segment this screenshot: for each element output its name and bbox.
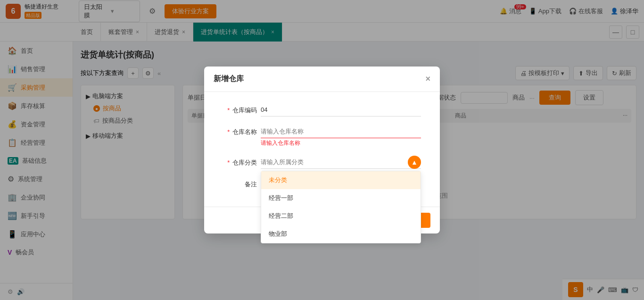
category-select-wrap: ▲ 未分类 经营一部 经营二部 物业部 bbox=[261, 156, 421, 169]
dropdown-item-ops2[interactable]: 经营二部 bbox=[261, 207, 421, 225]
category-label: * 仓库分类 bbox=[223, 156, 261, 167]
modal-title: 新增仓库 bbox=[214, 74, 244, 84]
note-label: 备注 bbox=[223, 177, 261, 189]
modal-overlay: 新增仓库 × * 仓库编码 * 仓库名称 bbox=[0, 0, 644, 300]
modal-header: 新增仓库 × bbox=[204, 67, 440, 92]
form-row-name: * 仓库名称 请输入仓库名称 bbox=[223, 125, 421, 147]
dropdown-item-property[interactable]: 物业部 bbox=[261, 225, 421, 243]
dropdown-item-ops1[interactable]: 经营一部 bbox=[261, 189, 421, 207]
code-input-wrap bbox=[261, 103, 421, 117]
name-input[interactable] bbox=[261, 125, 421, 138]
modal-body: * 仓库编码 * 仓库名称 请输入仓库名称 bbox=[204, 92, 440, 207]
category-input[interactable] bbox=[261, 156, 421, 169]
name-label: * 仓库名称 bbox=[223, 125, 261, 136]
form-row-code: * 仓库编码 bbox=[223, 103, 421, 117]
name-input-wrap: 请输入仓库名称 bbox=[261, 125, 421, 147]
category-dropdown-toggle[interactable]: ▲ bbox=[408, 156, 421, 169]
category-dropdown-list: 未分类 经营一部 经营二部 物业部 bbox=[261, 171, 421, 243]
code-input[interactable] bbox=[261, 103, 421, 117]
new-warehouse-modal: 新增仓库 × * 仓库编码 * 仓库名称 bbox=[204, 67, 440, 233]
name-error-msg: 请输入仓库名称 bbox=[261, 139, 421, 147]
dropdown-item-uncategorized[interactable]: 未分类 bbox=[261, 171, 421, 189]
modal-close-button[interactable]: × bbox=[425, 74, 430, 84]
code-label: * 仓库编码 bbox=[223, 103, 261, 115]
form-row-category: * 仓库分类 ▲ 未分类 经营一部 经营二部 物业部 bbox=[223, 156, 421, 169]
